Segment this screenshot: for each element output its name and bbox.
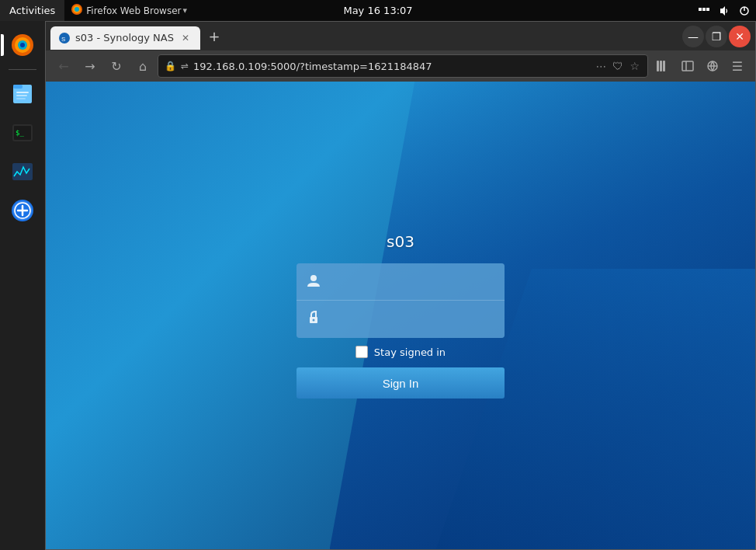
close-button[interactable]: ✕	[729, 26, 751, 47]
user-icon	[306, 273, 321, 291]
taskbar-separator	[9, 69, 36, 70]
svg-text:$_: $_	[16, 129, 24, 137]
taskbar-item-firefox[interactable]	[5, 27, 40, 63]
security-icon: 🔒	[165, 61, 176, 71]
menu-button[interactable]: ☰	[726, 54, 749, 78]
login-box	[297, 263, 505, 338]
svg-rect-3	[699, 8, 702, 11]
svg-point-38	[313, 319, 315, 322]
stay-signed-in-label: Stay signed in	[374, 346, 446, 358]
browser-menu-dropdown[interactable]: ▾	[182, 5, 187, 16]
password-input[interactable]	[329, 313, 495, 325]
taskbar-item-files[interactable]	[5, 76, 40, 112]
forward-button[interactable]: →	[78, 54, 102, 78]
svg-rect-32	[682, 61, 693, 71]
tab-title: s03 - Synology NAS	[75, 32, 174, 44]
network-icon[interactable]	[695, 2, 713, 19]
url-bar[interactable]: 🔒 ⇌ 192.168.0.109:5000/?timestamp=162118…	[158, 54, 648, 78]
url-text: 192.168.0.109:5000/?timestamp=1621184847	[193, 61, 589, 72]
tab-close-button[interactable]: ✕	[179, 31, 192, 45]
bookmark-icon[interactable]: 🛡	[611, 58, 625, 74]
activities-button[interactable]: Activities	[0, 0, 64, 21]
browser-tab-active[interactable]: S s03 - Synology NAS ✕	[50, 26, 200, 50]
sidebar-button[interactable]	[676, 54, 699, 78]
power-icon[interactable]	[736, 2, 753, 19]
window-controls: — ❐ ✕	[682, 26, 751, 47]
svg-rect-4	[702, 8, 706, 11]
stay-signed-in-row: Stay signed in	[346, 338, 455, 366]
browser-titlebar: S s03 - Synology NAS ✕ + — ❐ ✕	[46, 22, 755, 50]
taskbar-item-terminal[interactable]: $_	[5, 115, 40, 151]
back-button[interactable]: ←	[52, 54, 75, 78]
login-container: s03	[297, 232, 505, 399]
username-field[interactable]	[297, 263, 505, 301]
svg-rect-17	[16, 98, 26, 99]
maximize-button[interactable]: ❐	[706, 26, 727, 47]
https-icon: ⇌	[181, 61, 189, 71]
browser-window: S s03 - Synology NAS ✕ + — ❐ ✕ ← → ↻ ⌂ 🔒…	[45, 21, 756, 550]
clock: May 16 13:07	[343, 5, 412, 16]
browser-content: s03	[46, 82, 755, 549]
lock-icon	[306, 310, 321, 329]
library-button[interactable]	[651, 54, 675, 78]
taskbar-item-software-center[interactable]	[5, 193, 40, 228]
toolbar-right: ☰	[651, 54, 749, 78]
bookmarks-bar-toggle[interactable]: ⋯	[594, 58, 608, 74]
svg-rect-16	[16, 95, 27, 96]
browser-label: Firefox Web Browser	[86, 5, 181, 16]
svg-rect-14	[13, 85, 23, 89]
taskbar: $_	[0, 21, 45, 550]
svg-rect-5	[706, 8, 709, 11]
firefox-icon	[71, 3, 83, 18]
synced-tabs-button[interactable]	[701, 54, 724, 78]
tab-favicon: S	[58, 32, 71, 44]
svg-rect-29	[657, 61, 659, 71]
reload-button[interactable]: ↻	[105, 54, 128, 78]
url-actions: ⋯ 🛡 ☆	[594, 58, 641, 74]
svg-point-2	[75, 7, 79, 12]
star-icon[interactable]: ☆	[628, 58, 641, 74]
svg-point-36	[310, 275, 317, 281]
svg-marker-6	[720, 6, 725, 16]
svg-rect-15	[16, 92, 29, 93]
new-tab-button[interactable]: +	[203, 26, 225, 47]
sound-icon[interactable]	[716, 2, 733, 19]
svg-text:S: S	[61, 36, 65, 43]
sign-in-button[interactable]: Sign In	[297, 367, 505, 399]
browser-toolbar: ← → ↻ ⌂ 🔒 ⇌ 192.168.0.109:5000/?timestam…	[46, 50, 755, 82]
taskbar-item-system-monitor[interactable]	[5, 154, 40, 190]
svg-rect-31	[663, 61, 665, 71]
stay-signed-in-checkbox[interactable]	[355, 346, 368, 358]
gnome-top-bar: Activities Firefox Web Browser ▾ May 16 …	[0, 0, 756, 21]
login-title: s03	[387, 232, 414, 251]
minimize-button[interactable]: —	[682, 26, 704, 47]
svg-rect-21	[12, 163, 33, 180]
password-field[interactable]	[297, 301, 505, 338]
home-button[interactable]: ⌂	[131, 54, 154, 78]
system-tray	[695, 0, 753, 21]
username-input[interactable]	[329, 276, 495, 288]
svg-point-12	[20, 43, 25, 47]
svg-rect-30	[660, 61, 662, 71]
